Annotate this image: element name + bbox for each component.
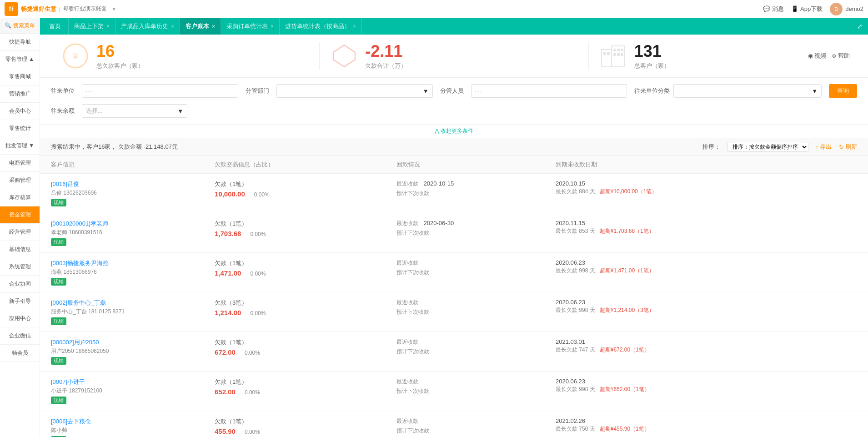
customer-info-1: 孝老师 18600391516 [51,229,215,236]
source-unit-input[interactable]: ··· [82,84,238,98]
balance-select[interactable]: 选择... ▼ [82,104,187,118]
sidebar-item-basic-info[interactable]: 基础信息 [0,241,40,258]
debt-cell-1: 欠款（1笔） 1,703.68 0.00% [215,220,396,239]
sidebar-item-retail-mgmt[interactable]: 零售管理 ▲ [0,51,40,68]
debt-amount-0[interactable]: 10,000.00 [215,190,245,198]
sidebar-item-finance[interactable]: 资金管理 [0,206,40,224]
overdue-link-5[interactable]: 超期¥652.00（1笔） [600,386,650,392]
overdue-link-0[interactable]: 超期¥10,000.00（1笔） [600,188,657,195]
message-btn[interactable]: 💬 消息 [763,5,784,13]
user-profile[interactable]: D demo2 [830,3,863,15]
debt-count-5: 欠款（1笔） [215,378,396,386]
sidebar-item-inventory[interactable]: 库存核算 [0,189,40,206]
person-input[interactable]: ··· [471,84,627,98]
help-btn[interactable]: ⊙ 帮助 [832,52,850,60]
customer-name-3[interactable]: [0002]服务中心_丁磊 [51,299,215,307]
sidebar-item-wholesale-mgmt[interactable]: 批发管理 ▼ [0,137,40,155]
debt-amount-6[interactable]: 455.90 [215,427,236,435]
tab-minimize-btn[interactable]: — [849,23,855,30]
debt-count-0: 欠款（1笔） [215,180,396,188]
sidebar-item-marketing[interactable]: 营销推广 [0,85,40,103]
tab-close-import-stats[interactable]: × [353,23,356,30]
industry-label: 母婴行业演示账套 [63,5,107,13]
tab-purchase-stats[interactable]: 采购订单统计表 × [221,18,280,35]
svg-rect-9 [621,49,623,51]
customer-name-5[interactable]: [0007]小迸干 [51,378,215,386]
repay-cell-1: 最近收款 2020-06-30 预计下次收款 [396,220,556,237]
export-btn[interactable]: ↑ 导出 [816,143,832,151]
overdue-info-1: 最长欠款 853 天 超期¥1,703.68（1笔） [556,227,857,235]
sidebar-item-purchase-mgmt[interactable]: 采购管理 [0,172,40,189]
customer-name-6[interactable]: [0006]去下粮仓 [51,417,215,426]
tab-close-product-history[interactable]: × [171,23,174,30]
collapse-bar[interactable]: ⋀ 收起更多条件 [40,124,868,138]
overdue-link-4[interactable]: 超期¥672.00（1笔） [600,347,650,353]
sidebar-search[interactable]: 🔍 搜索菜单 [0,18,40,34]
app-download-btn[interactable]: 📱 App下载 [791,5,823,13]
debt-amount-4[interactable]: 672.00 [215,348,236,356]
tab-customer-account[interactable]: 客户账本 × [180,18,221,35]
filter-group-unit-category: 往来单位分类 ▼ [634,84,822,98]
debt-amount-5[interactable]: 652.00 [215,388,236,396]
debt-amount-1[interactable]: 1,703.68 [215,230,241,237]
tab-close-customer-account[interactable]: × [212,23,215,30]
sidebar-item-ecommerce[interactable]: 电商管理 [0,155,40,172]
svg-rect-3 [602,50,612,67]
app-name: 畅捷通好生意 [21,5,56,13]
debt-count-6: 欠款（1笔） [215,417,396,426]
sort-select[interactable]: 排序：按欠款金额倒序排序 [728,142,808,152]
dept-label: 分管部门 [246,87,273,95]
diamond-icon [331,42,358,70]
sidebar-item-quick-nav[interactable]: 快捷导航 [0,34,40,51]
sidebar-item-system-mgmt[interactable]: 系统管理 [0,258,40,276]
customer-name-4[interactable]: [000002]用户2050 [51,338,215,347]
svg-rect-10 [613,53,616,56]
sidebar-item-app-center[interactable]: 应用中心 [0,310,40,327]
overdue-link-1[interactable]: 超期¥1,703.68（1笔） [600,228,654,234]
customer-name-1[interactable]: [00010200001]孝老师 [51,220,215,228]
video-btn[interactable]: ◉ 视频 [808,52,827,60]
tab-products-off[interactable]: 商品上下架 × [69,18,115,35]
tab-close-purchase-stats[interactable]: × [271,23,274,30]
customer-name-0[interactable]: [0016]吕俊 [51,180,215,188]
due-cell-3: 2020.06.23 最长欠款 998 天 超期¥1,214.00（3笔） [556,299,857,314]
search-button[interactable]: 查询 [829,84,857,98]
dept-select[interactable]: ▼ [276,84,433,98]
sidebar-item-new-guide[interactable]: 新手引导 [0,293,40,310]
stat-content-total-customers: 131 总客户（家） [634,42,670,70]
sidebar: 🔍 搜索菜单 快捷导航 零售管理 ▲ 零售商城 营销推广 会员中心 零售统计 批… [0,18,40,437]
overdue-info-3: 最长欠款 998 天 超期¥1,214.00（3笔） [556,306,857,314]
tab-close-products-off[interactable]: × [106,23,110,30]
svg-rect-8 [617,49,620,51]
overdue-link-2[interactable]: 超期¥1,471.00（1笔） [600,267,654,274]
stat-value-debt-amount: -2.11 [365,42,406,61]
customer-info-4: 用户2050 18665062050 [51,347,215,355]
sidebar-item-enterprise-wechat[interactable]: 企业微信 [0,327,40,345]
customer-name-2[interactable]: [0003]畅捷服务尹海燕 [51,259,215,267]
debt-amount-3[interactable]: 1,214.00 [215,309,241,316]
tab-product-history[interactable]: 产成品入库单历史 × [115,18,180,35]
logo-icon: 好 [5,2,18,16]
debt-cell-5: 欠款（1笔） 652.00 0.00% [215,378,396,397]
tab-home[interactable]: 首页 [42,18,69,35]
sidebar-item-retail-mall[interactable]: 零售商城 [0,68,40,85]
sidebar-item-vip-member[interactable]: 畅会员 [0,345,40,362]
debt-amount-2[interactable]: 1,471.00 [215,269,241,277]
tab-import-stats[interactable]: 进货单统计表（按商品） × [280,18,362,35]
col-header-debt: 欠款交易信息（占比） [215,161,396,169]
filter-group-balance: 往来余额 选择... ▼ [51,104,187,118]
overdue-link-6[interactable]: 超期¥455.90（1笔） [600,426,650,432]
sidebar-item-ops-mgmt[interactable]: 经营管理 [0,224,40,241]
sidebar-item-retail-stats[interactable]: 零售统计 [0,120,40,137]
sidebar-item-member-center[interactable]: 会员中心 [0,103,40,120]
tab-maximize-btn[interactable]: ⤢ [857,23,863,30]
refresh-btn[interactable]: ↻ 刷新 [839,143,857,151]
sidebar-item-enterprise-collab[interactable]: 企业协同 [0,276,40,293]
repay-last-4: 最近收款 [396,338,556,346]
avatar: D [830,3,843,15]
overdue-link-3[interactable]: 超期¥1,214.00（3笔） [600,307,654,313]
repay-last-0: 最近收款 2020-10-15 [396,180,556,188]
unit-category-select[interactable]: ▼ [673,84,822,98]
tab-bar-end: — ⤢ [845,23,866,30]
col-header-customer: 客户信息 [51,161,215,169]
